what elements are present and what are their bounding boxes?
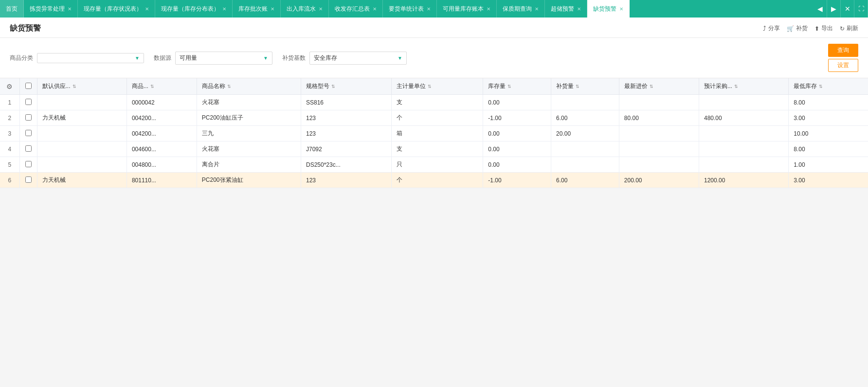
row-stock: -1.00 [483,173,551,188]
tab-order-stats[interactable]: 要货单统计表 ✕ [383,0,437,18]
tab-expiry[interactable]: 保质期查询 ✕ [497,0,545,18]
sort-icon-spec: ⇅ [331,84,335,89]
tab-receive-summary[interactable]: 收发存汇总表 ✕ [329,0,383,18]
tab-batch-account[interactable]: 库存批次账 ✕ [233,0,281,18]
sort-icon-replenish: ⇅ [576,84,579,89]
close-tab-inout[interactable]: ✕ [319,6,323,12]
row-checkbox[interactable] [25,145,32,152]
row-replenish-qty [551,141,619,157]
category-select[interactable]: ▼ [37,53,144,63]
row-product-code: 004200... [127,126,197,141]
th-spec: 规格型号 ⇅ [301,78,392,95]
sort-icon-price: ⇅ [650,84,653,89]
tab-nav-buttons: ◀ ▶ ✕ ⛶ [814,0,868,18]
table-header-row: ⚙ 默认供应... ⇅ 商品... ⇅ [0,78,868,95]
row-unit: 个 [391,110,483,126]
refresh-button[interactable]: ↻ 刷新 [840,24,858,33]
row-checkbox-cell [19,141,37,157]
tab-close-button[interactable]: ✕ [841,0,854,18]
row-unit: 只 [391,157,483,173]
query-button[interactable]: 查询 [828,44,858,57]
tab-inventory-status[interactable]: 现存量（库存状况表） ✕ [78,0,155,18]
tab-fullscreen-button[interactable]: ⛶ [854,0,868,18]
row-min-stock: 10.00 [789,126,868,141]
tab-prev-button[interactable]: ◀ [814,0,827,18]
row-default-supplier [37,141,127,157]
export-icon: ⬆ [814,25,819,32]
row-default-supplier [37,126,127,141]
row-estimated-purchase [699,126,788,141]
row-spec: SS816 [301,95,392,110]
page-container: 缺货预警 ⤴ 分享 🛒 补货 ⬆ 导出 ↻ 刷新 商品分类 [0,18,868,188]
row-estimated-purchase: 1200.00 [699,173,788,188]
tab-home[interactable]: 首页 [0,0,24,18]
row-checkbox-cell [19,95,37,110]
row-min-stock: 3.00 [789,110,868,126]
row-replenish-qty: 20.00 [551,126,619,141]
row-stock: 0.00 [483,126,551,141]
row-product-code: 004800... [127,157,197,173]
th-product-code: 商品... ⇅ [127,78,197,95]
row-latest-price [619,95,699,110]
replenish-button[interactable]: 🛒 补货 [787,24,808,33]
row-unit: 支 [391,95,483,110]
row-checkbox-cell [19,126,37,141]
row-min-stock: 1.00 [789,157,868,173]
share-button[interactable]: ⤴ 分享 [763,24,780,33]
row-number: 3 [8,130,11,137]
row-spec: DS250*23c... [301,157,392,173]
row-default-supplier [37,157,127,173]
datasource-label: 数据源 [154,54,171,62]
tab-next-button[interactable]: ▶ [827,0,841,18]
row-number: 2 [8,115,11,122]
row-product-code: 801110... [127,173,197,188]
row-checkbox[interactable] [25,99,32,105]
category-select-arrow: ▼ [135,55,140,61]
row-product-code: 0000042 [127,95,197,110]
row-checkbox[interactable] [25,161,32,167]
row-latest-price [619,157,699,173]
tab-shortage-warning[interactable]: 缺货预警 ✕ [587,0,630,18]
close-tab-shortage[interactable]: ✕ [619,6,623,12]
close-tab-overstock[interactable]: ✕ [577,6,581,12]
row-spec: 123 [301,110,392,126]
column-settings-icon[interactable]: ⚙ [6,83,13,90]
close-tab-exception[interactable]: ✕ [68,6,72,12]
header-actions: ⤴ 分享 🛒 补货 ⬆ 导出 ↻ 刷新 [763,24,858,33]
th-replenish-qty: 补货量 ⇅ [551,78,619,95]
row-stock: 0.00 [483,95,551,110]
close-tab-inventory-dist[interactable]: ✕ [222,6,226,12]
row-checkbox[interactable] [25,114,32,121]
th-checkbox [19,78,37,95]
close-tab-batch[interactable]: ✕ [271,6,274,12]
replenish-basis-select[interactable]: 安全库存 ▼ [309,52,407,65]
close-tab-order[interactable]: ✕ [427,6,431,12]
row-settings-cell: 3 [0,126,19,141]
tab-overstock[interactable]: 超储预警 ✕ [545,0,587,18]
select-all-checkbox[interactable] [25,83,32,89]
row-settings-cell: 5 [0,157,19,173]
settings-button[interactable]: 设置 [828,59,858,72]
close-tab-inventory-status[interactable]: ✕ [145,6,149,12]
close-tab-expiry[interactable]: ✕ [535,6,539,12]
tab-exception[interactable]: 拣货异常处理 ✕ [24,0,78,18]
th-default-supplier: 默认供应... ⇅ [37,78,127,95]
th-product-name: 商品名称 ⇅ [197,78,301,95]
row-checkbox[interactable] [25,176,32,183]
sort-icon-code: ⇅ [150,84,154,89]
row-checkbox-cell [19,110,37,126]
th-stock: 库存量 ⇅ [483,78,551,95]
sort-icon-estimated: ⇅ [734,84,738,89]
row-unit: 支 [391,141,483,157]
tab-available-ledger[interactable]: 可用量库存账本 ✕ [437,0,497,18]
row-default-supplier [37,95,127,110]
close-tab-receive[interactable]: ✕ [373,6,377,12]
close-tab-available[interactable]: ✕ [487,6,490,12]
datasource-select[interactable]: 可用量 ▼ [175,52,272,65]
tab-inout-flow[interactable]: 出入库流水 ✕ [281,0,329,18]
row-checkbox[interactable] [25,130,32,136]
th-latest-price: 最新进价 ⇅ [619,78,699,95]
table-row: 3 004200... 三九 123 箱 0.00 20.00 10.00 [0,126,868,141]
export-button[interactable]: ⬆ 导出 [814,24,833,33]
tab-inventory-dist[interactable]: 现存量（库存分布表） ✕ [155,0,233,18]
